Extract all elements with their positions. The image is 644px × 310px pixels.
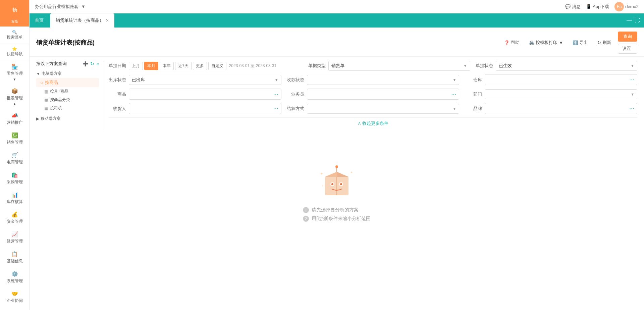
sidebar-item-sales[interactable]: 💹 销售管理	[5, 129, 24, 149]
sidebar-item-finance[interactable]: 💰 资金管理	[5, 208, 24, 228]
filter-layout: 按以下方案查询 ➕ ↻ « ▼ 电脑端方案	[36, 61, 637, 129]
salesperson-more-icon[interactable]: ···	[451, 91, 456, 98]
sidebar-item-marketing[interactable]: 📣 营销推广	[5, 109, 24, 129]
svg-text:✦: ✦	[322, 185, 324, 188]
receiver-select[interactable]: ···	[129, 103, 281, 114]
doc-status-select[interactable]: 已生效 ▼	[496, 61, 638, 71]
settings-btn[interactable]: 设置	[618, 44, 637, 54]
query-btn[interactable]: 查询	[618, 32, 637, 42]
scheme-item-3[interactable]: ▦ 按司机	[36, 104, 99, 112]
export-label: 导出	[579, 40, 588, 46]
tab-close-icon[interactable]: ✕	[106, 18, 109, 23]
user-info[interactable]: Ea demo2	[614, 2, 639, 11]
collapse-more-btn[interactable]: ∧ 收起更多条件	[109, 117, 637, 129]
filter-row-3: 商品 ··· 业务员 ···	[109, 89, 637, 100]
date-label: 单据日期	[109, 63, 129, 69]
sidebar-logo[interactable]: 畅 标版	[0, 0, 29, 27]
avatar-text: Ea	[617, 4, 622, 9]
collect-status-label: 收款状态	[287, 77, 307, 83]
scheme-collapse-icon[interactable]: «	[96, 61, 99, 66]
warehouse-select[interactable]: ···	[485, 74, 637, 85]
scheme-add-icon[interactable]: ➕	[83, 61, 88, 66]
sidebar-menu: 🏪 零售管理 ▼ 📦 批发管理 ▲ 📣 营销推广 💹 销售管理 🛒 电商管理 🛍…	[5, 60, 24, 310]
scheme-refresh-icon[interactable]: ↻	[90, 61, 94, 66]
settlement-field: 结算方式 ▼	[287, 104, 460, 114]
svg-text:✦: ✦	[350, 170, 353, 174]
doc-type-select[interactable]: 销货单 ▼	[328, 61, 470, 71]
sidebar-item-purchase[interactable]: 🛍️ 采购管理	[5, 168, 24, 188]
message-label: 消息	[572, 4, 581, 10]
sidebar-item-inventory[interactable]: 📊 库存核算	[5, 188, 24, 208]
company-dropdown-icon[interactable]: ▼	[81, 4, 86, 9]
warehouse-more-icon[interactable]: ···	[629, 76, 634, 83]
out-status-select[interactable]: 已出库 ▼	[129, 75, 281, 85]
system-icon: ⚙️	[11, 271, 18, 277]
refresh-btn[interactable]: ↻ 刷新	[595, 38, 614, 47]
doc-type-chevron: ▼	[464, 64, 467, 68]
goods-more-icon[interactable]: ···	[273, 91, 278, 98]
sales-label: 销售管理	[7, 140, 23, 145]
help-btn[interactable]: ❓ 帮助	[501, 38, 522, 47]
doc-status-field: 单据状态 已生效 ▼	[476, 61, 638, 71]
scheme-header-actions: ➕ ↻ «	[83, 61, 99, 66]
wholesale-icon: 📦	[11, 88, 18, 94]
sidebar-item-cooperation[interactable]: 🤝 企业协同	[5, 287, 24, 307]
ecommerce-label: 电商管理	[7, 159, 23, 165]
retail-arrow: ▼	[13, 78, 16, 81]
svg-marker-4	[337, 172, 348, 177]
tab-sales-stat[interactable]: 销货单统计表（按商品） ✕	[50, 13, 114, 28]
company-name[interactable]: 办公用品行业模拟账套	[35, 4, 78, 10]
app-download-btn[interactable]: 📱 App下载	[586, 4, 609, 10]
action-buttons: 查询 设置	[618, 32, 637, 54]
inventory-label: 库存核算	[7, 199, 23, 205]
sidebar-item-operations[interactable]: 📈 经营管理	[5, 228, 24, 248]
collect-status-select[interactable]: ▼	[307, 75, 460, 85]
department-select[interactable]: ▼	[485, 89, 637, 99]
out-status-label: 出库状态	[109, 77, 129, 83]
date-this-month-btn[interactable]: 本月	[144, 62, 158, 70]
department-field: 部门 ▼	[465, 89, 637, 99]
message-icon: 💬	[565, 4, 571, 9]
scheme-item-1[interactable]: ▦ 按月+商品	[36, 87, 99, 96]
sidebar-search[interactable]: 🔍 搜索菜单	[0, 27, 29, 44]
date-custom-btn[interactable]: 自定义	[208, 62, 226, 70]
wholesale-arrow: ▲	[13, 102, 16, 106]
svg-point-9	[340, 183, 342, 185]
message-btn[interactable]: 💬 消息	[565, 4, 581, 10]
receiver-more-icon[interactable]: ···	[273, 105, 278, 112]
date-last-month-btn[interactable]: 上月	[129, 62, 143, 70]
export-btn[interactable]: ⬆️ 导出	[570, 38, 591, 47]
logo-icon: 畅	[1, 3, 28, 18]
date-more-btn[interactable]: 更多	[193, 62, 207, 70]
date-last7-btn[interactable]: 近7天	[175, 62, 192, 70]
nav-label: 快捷导航	[0, 51, 29, 57]
goods-select[interactable]: ···	[129, 89, 281, 100]
pc-group-title[interactable]: ▼ 电脑端方案	[36, 69, 99, 78]
sidebar-item-basic[interactable]: 📋 基础信息	[5, 248, 24, 267]
operations-label: 经营管理	[7, 239, 23, 244]
mobile-group-title[interactable]: ▶ 移动端方案	[36, 114, 99, 123]
template-print-btn[interactable]: 🖨️ 按模板打印 ▼	[526, 38, 566, 47]
brand-more-icon[interactable]: ···	[629, 105, 634, 112]
page-container: 销货单统计表(按商品) ❓ 帮助 🖨️ 按模板打印 ▼ ⬆️ 导出	[30, 28, 644, 310]
cooperation-icon: 🤝	[11, 291, 18, 297]
warehouse-field: 仓库 ···	[465, 74, 637, 85]
scheme-item-2[interactable]: ▦ 按商品分类	[36, 96, 99, 104]
tab-bar: 首页 销货单统计表（按商品） ✕ — ⛶	[30, 13, 644, 28]
sidebar-item-system[interactable]: ⚙️ 系统管理	[5, 267, 24, 287]
sidebar-item-ecommerce[interactable]: 🛒 电商管理	[5, 149, 24, 168]
brand-select[interactable]: ···	[485, 103, 637, 114]
scheme-item-0[interactable]: ○ 按商品	[36, 78, 99, 87]
sidebar-item-newguide[interactable]: 🎓 新手引导	[5, 307, 24, 310]
tab-minimize-icon[interactable]: —	[627, 17, 632, 23]
tab-home[interactable]: 首页	[30, 13, 49, 28]
brand-field: 品牌 ···	[465, 103, 637, 114]
date-this-year-btn[interactable]: 本年	[160, 62, 174, 70]
salesperson-select[interactable]: ···	[307, 89, 460, 100]
print-dropdown-icon: ▼	[559, 40, 563, 45]
sidebar-quick-nav[interactable]: ⭐ 快捷导航	[0, 44, 29, 60]
sidebar-item-wholesale[interactable]: 📦 批发管理 ▲	[5, 85, 24, 109]
sidebar-item-retail[interactable]: 🏪 零售管理 ▼	[5, 60, 24, 85]
settlement-select[interactable]: ▼	[307, 104, 460, 114]
tab-fullscreen-icon[interactable]: ⛶	[635, 17, 640, 23]
